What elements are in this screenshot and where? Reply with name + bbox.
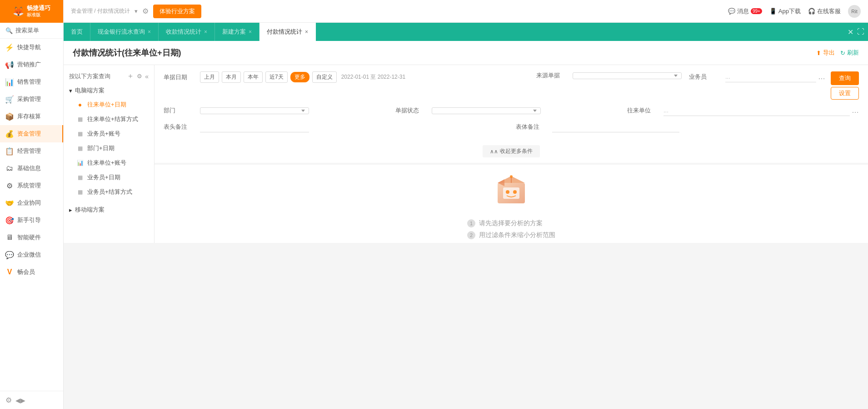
tab-payment-stats-close[interactable]: × xyxy=(305,29,308,35)
body-note-input[interactable] xyxy=(552,121,679,132)
scheme-item-label: 往来单位+账号 xyxy=(87,159,126,167)
head-note-input[interactable] xyxy=(200,121,309,132)
tab-cash-flow-close[interactable]: × xyxy=(148,29,151,35)
mobile-category[interactable]: ▸ 移动端方案 xyxy=(64,203,154,217)
export-label: 导出 xyxy=(823,49,835,57)
svg-point-7 xyxy=(510,175,513,178)
refresh-icon: ↻ xyxy=(840,50,845,56)
scheme-item-staff-settlement[interactable]: ▦ 业务员+结算方式 xyxy=(64,185,154,199)
svg-point-4 xyxy=(506,190,509,194)
sidebar-item-inventory[interactable]: 📦 库存核算 xyxy=(0,108,63,125)
gear-icon[interactable]: ⚙ xyxy=(142,7,149,15)
sidebar: 🦊 畅捷通巧 标准版 🔍 搜索菜单 ⚡ 快捷导航 📢 营销推广 📊 销售管理 🛒… xyxy=(0,0,64,409)
tip-text-1: 请先选择要分析的方案 xyxy=(479,219,543,227)
date-btn-this-month[interactable]: 本月 xyxy=(222,71,241,83)
scheme-item-staff-account[interactable]: ▦ 业务员+账号 xyxy=(64,126,154,141)
tab-home[interactable]: 首页 xyxy=(64,23,90,41)
sidebar-item-marketing[interactable]: 📢 营销推广 xyxy=(0,56,63,73)
tab-receipt-stats-close[interactable]: × xyxy=(204,29,207,35)
staff-dots-icon[interactable]: … xyxy=(818,73,825,81)
export-button[interactable]: ⬆ 导出 xyxy=(816,49,835,57)
sidebar-item-guide[interactable]: 🎯 新手引导 xyxy=(0,212,63,229)
desktop-category[interactable]: ▾ 电脑端方案 xyxy=(64,84,154,97)
date-btn-last-7days[interactable]: 近7天 xyxy=(265,71,288,83)
query-button[interactable]: 查询 xyxy=(831,71,859,85)
collapse-sidebar-icon[interactable]: ◀▶ xyxy=(15,397,25,404)
sidebar-item-system[interactable]: ⚙ 系统管理 xyxy=(0,177,63,194)
setting-button[interactable]: 设置 xyxy=(831,87,859,100)
unit-dots-icon[interactable]: … xyxy=(852,106,859,115)
scheme-settings-icon[interactable]: ⚙ xyxy=(137,73,142,80)
desktop-category-label: 电脑端方案 xyxy=(75,86,105,95)
wechat-icon: 💬 xyxy=(5,251,14,259)
source-select[interactable] xyxy=(573,72,682,79)
sidebar-item-basic-info[interactable]: 🗂 基础信息 xyxy=(0,160,63,177)
message-button[interactable]: 💬 消息 99+ xyxy=(728,7,762,15)
unit-label: 往来单位 xyxy=(627,106,663,115)
sidebar-item-fund[interactable]: 💰 资金管理 xyxy=(0,125,63,142)
status-filter: 单据状态 xyxy=(395,106,627,115)
sidebar-item-operation[interactable]: 📋 经营管理 xyxy=(0,142,63,160)
sidebar-item-label: 畅会员 xyxy=(17,268,35,276)
dept-select[interactable] xyxy=(200,107,309,114)
status-label: 单据状态 xyxy=(395,106,432,115)
tip-num-1: 1 xyxy=(467,219,475,227)
sidebar-item-purchase[interactable]: 🛒 采购管理 xyxy=(0,91,63,108)
filter-row-1: 单据日期 上月 本月 本年 近7天 更多 自定义 2022-01-01 至 20… xyxy=(164,71,859,100)
date-btn-this-year[interactable]: 本年 xyxy=(244,71,263,83)
tab-payment-stats[interactable]: 付款情况统计 × xyxy=(259,23,316,41)
app-logo: 🦊 畅捷通巧 标准版 xyxy=(0,0,63,23)
online-service-button[interactable]: 🎧 在线客服 xyxy=(808,7,841,15)
scheme-item-staff-date[interactable]: ▦ 业务员+日期 xyxy=(64,170,154,185)
date-label: 单据日期 xyxy=(164,73,200,81)
collapse-filters-button[interactable]: ∧∧ 收起更多条件 xyxy=(483,145,540,157)
sidebar-item-hardware[interactable]: 🖥 智能硬件 xyxy=(0,229,63,246)
sidebar-item-wechat[interactable]: 💬 企业微信 xyxy=(0,246,63,263)
empty-state: 1 请先选择要分析的方案 2 用过滤条件来缩小分析范围 xyxy=(155,165,868,243)
expand-tab-icon[interactable]: ⛶ xyxy=(857,28,864,36)
message-label: 消息 xyxy=(737,7,749,15)
sidebar-item-quick-nav[interactable]: ⚡ 快捷导航 xyxy=(0,39,63,56)
mobile-chevron-icon: ▸ xyxy=(69,207,72,213)
unit-input[interactable] xyxy=(663,105,850,116)
marketing-icon: 📢 xyxy=(5,61,14,69)
tab-cash-flow[interactable]: 现金银行流水查询 × xyxy=(90,23,159,41)
source-filter: 来源单据 xyxy=(536,71,682,80)
sales-icon: 📊 xyxy=(5,78,14,86)
staff-input[interactable] xyxy=(725,71,816,82)
tab-new-scheme[interactable]: 新建方案 × xyxy=(215,23,259,41)
sidebar-item-label: 企业协同 xyxy=(17,199,41,207)
dropdown-icon[interactable]: ▾ xyxy=(135,8,138,15)
collapse-panel-icon[interactable]: « xyxy=(145,73,149,80)
user-avatar[interactable]: Rit xyxy=(848,5,861,18)
scheme-item-dept-date[interactable]: ▦ 部门+日期 xyxy=(64,141,154,156)
search-menu[interactable]: 🔍 搜索菜单 xyxy=(0,23,63,39)
status-select[interactable] xyxy=(432,107,541,114)
inventory-icon: 📦 xyxy=(5,112,14,121)
scheme-item-unit-settlement[interactable]: ▦ 往来单位+结算方式 xyxy=(64,112,154,126)
sidebar-item-member[interactable]: V 畅会员 xyxy=(0,263,63,281)
app-download-button[interactable]: 📱 App下载 xyxy=(769,7,801,15)
refresh-button[interactable]: ↻ 刷新 xyxy=(840,49,859,57)
add-scheme-icon[interactable]: ＋ xyxy=(127,71,134,81)
sidebar-item-sales[interactable]: 📊 销售管理 xyxy=(0,73,63,91)
date-btn-more[interactable]: 更多 xyxy=(290,72,309,82)
scheme-active-icon: ● xyxy=(76,101,84,108)
scheme-item-unit-account[interactable]: 📊 往来单位+账号 xyxy=(64,156,154,170)
tab-receipt-stats[interactable]: 收款情况统计 × xyxy=(159,23,215,41)
app-download-label: App下载 xyxy=(778,7,801,15)
scheme-chart-icon: 📊 xyxy=(76,159,84,167)
close-all-tabs-icon[interactable]: ✕ xyxy=(848,28,853,36)
sidebar-item-enterprise[interactable]: 🤝 企业协同 xyxy=(0,194,63,212)
trial-button[interactable]: 体验行业方案 xyxy=(153,5,201,18)
staff-filter: 业务员 … xyxy=(682,71,825,82)
sidebar-nav: ⚡ 快捷导航 📢 营销推广 📊 销售管理 🛒 采购管理 📦 库存核算 💰 资金管… xyxy=(0,39,63,391)
scheme-item-unit-date[interactable]: ● 往来单位+日期 xyxy=(64,97,154,112)
settings-icon[interactable]: ⚙ xyxy=(5,396,12,404)
tab-new-scheme-close[interactable]: × xyxy=(249,29,252,35)
refresh-label: 刷新 xyxy=(847,49,859,57)
date-btn-custom[interactable]: 自定义 xyxy=(312,71,337,83)
date-btn-last-month[interactable]: 上月 xyxy=(200,71,219,83)
filter-row-3: 表头备注 表体备注 xyxy=(164,121,859,132)
download-icon: 📱 xyxy=(769,8,777,15)
